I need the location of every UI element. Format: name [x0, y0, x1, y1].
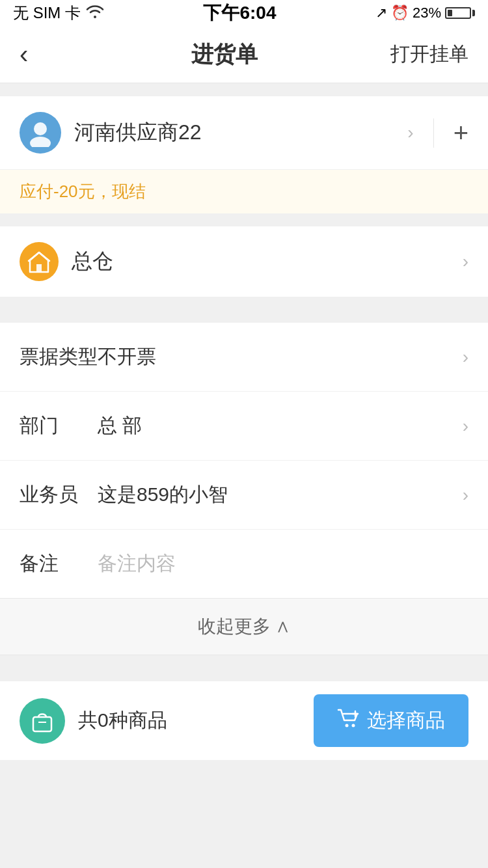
nav-bar: ‹ 进货单 打开挂单 [0, 26, 488, 83]
status-time: 下午6:04 [203, 1, 276, 25]
svg-point-4 [346, 724, 349, 727]
warehouse-section: 总仓 › [0, 226, 488, 297]
warehouse-arrow-icon: › [463, 251, 468, 272]
wifi-icon [86, 4, 104, 22]
department-arrow-icon: › [463, 416, 468, 437]
ticket-type-label: 票据类型 [20, 344, 98, 370]
back-button[interactable]: ‹ [20, 40, 59, 69]
separator-2 [0, 213, 488, 226]
status-right: ↗ ⏰ 23% [375, 5, 475, 21]
warehouse-name: 总仓 [72, 247, 463, 276]
open-pending-button[interactable]: 打开挂单 [390, 41, 468, 68]
page-title: 进货单 [191, 40, 258, 70]
supplier-avatar [20, 112, 61, 154]
ticket-type-row[interactable]: 票据类型 不开票 › [0, 323, 488, 392]
add-supplier-button[interactable]: + [433, 118, 468, 148]
svg-point-5 [352, 724, 355, 727]
supplier-section: 河南供应商22 › + 应付-20元，现结 [0, 96, 488, 213]
supplier-arrow-icon: › [407, 122, 413, 143]
ticket-arrow-icon: › [463, 347, 468, 368]
separator-1 [0, 83, 488, 96]
department-row[interactable]: 部门 总 部 › [0, 392, 488, 461]
location-icon: ↗ [375, 5, 387, 21]
svg-point-0 [34, 122, 47, 135]
salesperson-arrow-icon: › [463, 485, 468, 506]
alarm-icon: ⏰ [391, 5, 409, 21]
form-section: 票据类型 不开票 › 部门 总 部 › 业务员 这是859的小智 › 备注 备注… [0, 323, 488, 598]
supplier-row[interactable]: 河南供应商22 › + [0, 96, 488, 170]
product-icon-wrap [20, 698, 65, 744]
department-value: 总 部 [98, 413, 463, 439]
warehouse-row[interactable]: 总仓 › [0, 226, 488, 297]
battery-pct: 23% [413, 5, 441, 21]
ticket-type-value: 不开票 [98, 344, 463, 370]
status-left: 无 SIM 卡 [13, 3, 104, 23]
product-count-text: 共0种商品 [78, 707, 314, 734]
remark-label: 备注 [20, 550, 98, 577]
separator-3 [0, 297, 488, 310]
carrier-text: 无 SIM 卡 [13, 3, 81, 23]
warehouse-icon-wrap [20, 242, 59, 281]
collapse-button[interactable]: 收起更多 ∧ [0, 598, 488, 655]
select-product-button[interactable]: 选择商品 [314, 694, 468, 747]
svg-rect-2 [33, 717, 51, 731]
battery-icon [445, 7, 475, 19]
supplier-name: 河南供应商22 [74, 118, 407, 147]
salesperson-row[interactable]: 业务员 这是859的小智 › [0, 461, 488, 530]
department-label: 部门 [20, 413, 98, 439]
select-product-label: 选择商品 [367, 707, 445, 734]
status-bar: 无 SIM 卡 下午6:04 ↗ ⏰ 23% [0, 0, 488, 26]
remark-input[interactable]: 备注内容 [98, 550, 468, 577]
supplier-notice: 应付-20元，现结 [0, 170, 488, 213]
separator-4 [0, 655, 488, 668]
svg-point-1 [30, 137, 51, 147]
select-product-icon [337, 709, 360, 733]
salesperson-label: 业务员 [20, 481, 98, 508]
product-bar: 共0种商品 选择商品 [0, 681, 488, 760]
salesperson-value: 这是859的小智 [98, 481, 463, 508]
remark-row[interactable]: 备注 备注内容 [0, 530, 488, 598]
